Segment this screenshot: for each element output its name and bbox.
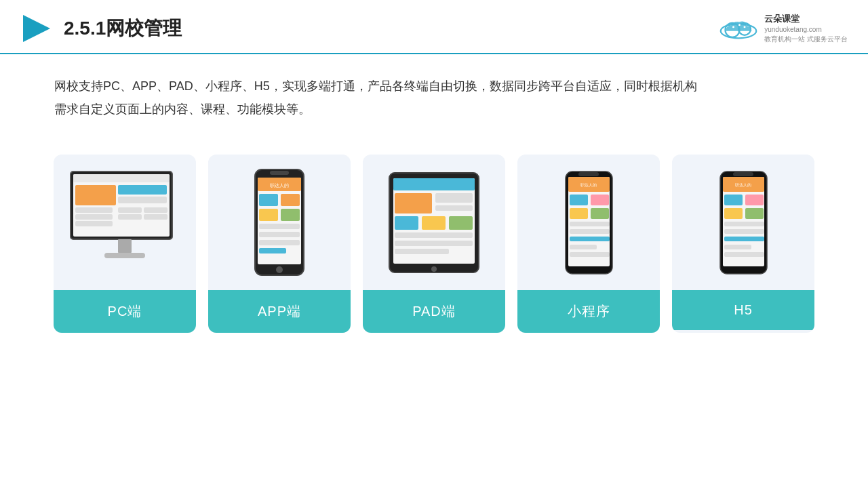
svg-rect-58 bbox=[570, 222, 610, 226]
svg-point-6 bbox=[744, 26, 746, 28]
mini-image-area: 职达人的 bbox=[517, 155, 660, 290]
card-pc: PC端 bbox=[54, 155, 196, 333]
pad-tablet-icon bbox=[387, 170, 481, 275]
svg-rect-61 bbox=[570, 245, 597, 249]
svg-rect-40 bbox=[435, 193, 473, 203]
page-title: 2.5.1网校管理 bbox=[64, 16, 182, 41]
svg-rect-46 bbox=[395, 241, 473, 246]
svg-rect-69 bbox=[745, 195, 764, 205]
brand-tagline: 教育机构一站 式服务云平台 bbox=[764, 35, 848, 44]
svg-rect-21 bbox=[104, 253, 145, 258]
logo-text: 云朵课堂 yunduoketang.com 教育机构一站 式服务云平台 bbox=[764, 13, 848, 44]
svg-rect-76 bbox=[724, 252, 764, 257]
app-phone-icon: 职达人的 bbox=[252, 168, 307, 277]
svg-rect-60 bbox=[570, 237, 610, 241]
desc-line1: 网校支持PC、APP、PAD、小程序、H5，实现多端打通，产品各终端自由切换，数… bbox=[54, 79, 697, 93]
svg-rect-30 bbox=[281, 209, 300, 221]
h5-phone-icon: 职达人的 bbox=[718, 170, 769, 275]
card-pad: PAD端 bbox=[363, 155, 505, 333]
svg-rect-47 bbox=[395, 249, 449, 254]
svg-rect-28 bbox=[281, 194, 300, 206]
svg-rect-27 bbox=[259, 194, 278, 206]
svg-rect-39 bbox=[395, 193, 432, 214]
svg-rect-74 bbox=[724, 237, 764, 241]
svg-rect-24 bbox=[270, 171, 289, 175]
description-text: 网校支持PC、APP、PAD、小程序、H5，实现多端打通，产品各终端自由切换，数… bbox=[0, 54, 868, 127]
pc-image-area bbox=[54, 155, 196, 290]
svg-text:职达人的: 职达人的 bbox=[735, 183, 751, 187]
svg-rect-70 bbox=[724, 208, 743, 219]
header-left: 2.5.1网校管理 bbox=[20, 12, 182, 45]
svg-point-5 bbox=[738, 24, 741, 26]
svg-rect-44 bbox=[449, 216, 473, 230]
svg-rect-43 bbox=[422, 216, 446, 230]
svg-rect-34 bbox=[259, 248, 286, 253]
app-label: APP端 bbox=[208, 290, 351, 333]
svg-rect-57 bbox=[591, 208, 609, 219]
card-mini: 职达人的 小程序 bbox=[517, 155, 660, 333]
svg-rect-15 bbox=[75, 221, 113, 226]
h5-image-area: 职达人的 bbox=[672, 155, 814, 290]
svg-rect-12 bbox=[118, 197, 167, 203]
svg-rect-16 bbox=[118, 207, 142, 213]
svg-rect-55 bbox=[591, 195, 609, 205]
svg-rect-10 bbox=[75, 185, 116, 205]
svg-rect-17 bbox=[118, 214, 142, 220]
svg-rect-13 bbox=[75, 207, 113, 213]
h5-label: H5 bbox=[672, 290, 814, 330]
app-image-area: 职达人的 bbox=[208, 155, 351, 290]
logo-area: 云朵课堂 yunduoketang.com 教育机构一站 式服务云平台 bbox=[718, 13, 848, 44]
svg-rect-65 bbox=[733, 172, 753, 176]
desc-line2: 需求自定义页面上的内容、课程、功能模块等。 bbox=[54, 102, 311, 116]
mini-phone-icon: 职达人的 bbox=[564, 170, 614, 275]
svg-rect-9 bbox=[73, 174, 170, 182]
page-header: 2.5.1网校管理 云朵课堂 yunduoketang.com 教育机构一站 式… bbox=[0, 0, 868, 54]
svg-rect-18 bbox=[144, 207, 167, 213]
mini-label: 小程序 bbox=[517, 290, 660, 333]
svg-point-35 bbox=[276, 266, 283, 273]
svg-rect-11 bbox=[118, 185, 167, 195]
svg-rect-31 bbox=[259, 224, 300, 229]
card-h5: 职达人的 H5 bbox=[672, 155, 814, 333]
pc-label: PC端 bbox=[54, 290, 196, 333]
svg-text:职达人的: 职达人的 bbox=[270, 183, 289, 188]
svg-rect-75 bbox=[724, 245, 751, 249]
pc-monitor-icon bbox=[67, 168, 182, 277]
svg-rect-72 bbox=[724, 222, 764, 226]
svg-rect-19 bbox=[144, 214, 167, 220]
play-icon bbox=[20, 12, 53, 45]
svg-point-48 bbox=[431, 266, 437, 272]
svg-rect-54 bbox=[570, 195, 588, 205]
logo-icon bbox=[718, 15, 759, 42]
svg-rect-45 bbox=[395, 232, 473, 238]
svg-rect-29 bbox=[259, 209, 278, 221]
svg-rect-14 bbox=[75, 214, 113, 220]
svg-rect-51 bbox=[578, 172, 599, 176]
brand-name: 云朵课堂 bbox=[764, 13, 848, 25]
svg-text:职达人的: 职达人的 bbox=[580, 183, 597, 187]
pad-image-area bbox=[363, 155, 505, 290]
svg-rect-33 bbox=[259, 240, 300, 245]
brand-url: yunduoketang.com bbox=[764, 25, 848, 35]
cards-container: PC端 职达人的 bbox=[0, 134, 868, 346]
svg-rect-38 bbox=[393, 178, 475, 190]
svg-rect-32 bbox=[259, 232, 300, 237]
card-app: 职达人的 APP端 bbox=[208, 155, 351, 333]
svg-point-4 bbox=[732, 26, 734, 28]
svg-rect-59 bbox=[570, 229, 610, 234]
svg-rect-41 bbox=[435, 205, 473, 211]
svg-rect-56 bbox=[570, 208, 588, 219]
svg-rect-62 bbox=[570, 252, 610, 257]
svg-rect-42 bbox=[395, 216, 418, 230]
svg-marker-0 bbox=[23, 15, 50, 42]
svg-rect-68 bbox=[724, 195, 743, 205]
pad-label: PAD端 bbox=[363, 290, 505, 333]
svg-rect-73 bbox=[724, 229, 764, 234]
svg-rect-71 bbox=[745, 208, 764, 219]
svg-rect-20 bbox=[118, 239, 132, 253]
